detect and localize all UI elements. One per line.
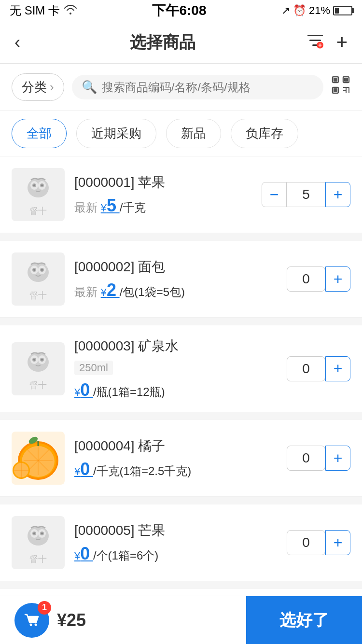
sim-status: 无 SIM 卡	[10, 3, 60, 18]
owl-placeholder: 督十	[12, 342, 65, 395]
bottom-bar: 1 ¥25 选好了	[0, 596, 362, 644]
category-button[interactable]: 分类 ›	[12, 73, 64, 101]
cart-total: ¥25	[57, 610, 86, 630]
product-name: [0000001] 苹果	[74, 173, 252, 192]
price-unit: /瓶(1箱=12瓶)	[93, 385, 165, 398]
svg-point-54	[33, 532, 35, 534]
product-name: [0000003] 矿泉水	[74, 337, 277, 355]
price-value: ¥0	[74, 464, 93, 477]
back-button[interactable]: ‹	[14, 32, 20, 53]
list-item: 督十 [0000003] 矿泉水 250ml ¥0 /瓶(1箱=12瓶) 0 +	[0, 325, 362, 412]
product-list: 督十 [0000001] 苹果 最新 ¥5 /千克 − +	[0, 156, 362, 644]
price-unit: /个(1箱=6个)	[93, 549, 158, 562]
category-label: 分类	[22, 79, 47, 96]
quantity-display: 0	[287, 446, 325, 471]
svg-point-34	[33, 359, 35, 361]
product-name: [0000002] 面包	[74, 258, 277, 276]
svg-rect-1	[309, 40, 321, 41]
status-time: 下午6:08	[152, 1, 206, 20]
price-unit: /包(1袋=5包)	[120, 285, 185, 298]
quantity-display: 0	[287, 266, 325, 292]
product-info: [0000004] 橘子 ¥0 /千克(1箱=2.5千克)	[74, 437, 277, 479]
svg-point-21	[41, 184, 43, 186]
quantity-input[interactable]	[287, 182, 325, 207]
brand-text: 督十	[29, 205, 47, 217]
scan-icon[interactable]	[331, 75, 350, 99]
price-label: 最新	[74, 201, 101, 214]
product-name: [0000005] 芒果	[74, 521, 277, 540]
brand-text: 督十	[29, 290, 47, 301]
tab-recent[interactable]: 近期采购	[76, 119, 156, 148]
product-spec: 250ml	[74, 361, 113, 375]
svg-point-22	[28, 263, 49, 282]
svg-point-55	[41, 532, 43, 534]
tab-new[interactable]: 新品	[166, 119, 221, 148]
status-left: 无 SIM 卡	[10, 3, 77, 18]
add-icon[interactable]: +	[336, 31, 348, 53]
search-bar: 🔍	[72, 75, 323, 99]
owl-icon	[24, 520, 53, 551]
product-info: [0000001] 苹果 最新 ¥5 /千克	[74, 173, 252, 216]
tab-all[interactable]: 全部	[12, 119, 67, 148]
battery-percent: 21%	[309, 4, 330, 17]
price-value: ¥5	[101, 201, 120, 214]
quantity-increase-button[interactable]: +	[325, 266, 350, 292]
quantity-increase-button[interactable]: +	[325, 356, 350, 381]
nav-bar: ‹ 选择商品 +	[0, 21, 362, 64]
filter-icon[interactable]	[306, 32, 325, 53]
product-name: [0000004] 橘子	[74, 437, 277, 455]
owl-placeholder: 督十	[12, 252, 65, 306]
brand-text: 督十	[29, 553, 47, 565]
svg-point-70	[30, 623, 32, 626]
filter-tabs: 全部 近期采购 新品 负库存	[0, 111, 362, 156]
svg-rect-9	[334, 88, 337, 92]
quantity-control: 0 +	[287, 266, 350, 292]
quantity-control: 0 +	[287, 446, 350, 471]
status-bar: 无 SIM 卡 下午6:08 ↗ ⏰ 21%	[0, 0, 362, 21]
location-icon: ↗	[281, 4, 290, 17]
owl-icon	[24, 257, 53, 288]
quantity-control: − +	[262, 182, 350, 207]
quantity-increase-button[interactable]: +	[325, 446, 350, 471]
product-price: ¥0 /千克(1箱=2.5千克)	[74, 459, 277, 479]
product-price: 最新 ¥2 /包(1袋=5包)	[74, 280, 277, 300]
quantity-control: 0 +	[287, 530, 350, 555]
list-item: 督十 [0000001] 苹果 最新 ¥5 /千克 − +	[0, 156, 362, 233]
search-icon: 🔍	[82, 80, 97, 95]
quantity-increase-button[interactable]: +	[325, 182, 350, 207]
product-image	[12, 432, 65, 485]
tab-negative[interactable]: 负库存	[231, 119, 298, 148]
price-value: ¥0	[74, 385, 93, 398]
search-input[interactable]	[102, 81, 314, 94]
price-unit: /千克	[120, 201, 146, 214]
list-item: 督十 [0000005] 芒果 ¥0 /个(1箱=6个) 0 +	[0, 504, 362, 581]
confirm-button[interactable]: 选好了	[246, 596, 362, 644]
svg-point-49	[28, 526, 49, 546]
owl-icon	[24, 347, 53, 378]
svg-rect-0	[307, 35, 323, 36]
alarm-icon: ⏰	[293, 4, 306, 17]
svg-point-35	[41, 359, 43, 361]
svg-point-28	[41, 269, 43, 271]
quantity-display: 0	[287, 530, 325, 555]
quantity-decrease-button[interactable]: −	[262, 182, 287, 207]
product-image: 督十	[12, 342, 65, 395]
price-unit: /千克(1箱=2.5千克)	[93, 464, 191, 477]
cart-icon[interactable]: 1	[14, 603, 49, 638]
quantity-increase-button[interactable]: +	[325, 530, 350, 555]
owl-placeholder: 督十	[12, 516, 65, 569]
battery-icon	[333, 6, 352, 15]
quantity-control: 0 +	[287, 356, 350, 381]
owl-placeholder: 督十	[12, 168, 65, 221]
product-price: ¥0 /个(1箱=6个)	[74, 544, 277, 564]
product-price: ¥0 /瓶(1箱=12瓶)	[74, 380, 277, 400]
svg-rect-8	[344, 78, 348, 82]
toolbar: 分类 › 🔍	[0, 64, 362, 111]
nav-actions: +	[306, 31, 348, 53]
svg-point-27	[33, 269, 35, 271]
status-right: ↗ ⏰ 21%	[281, 4, 352, 17]
list-item: [0000004] 橘子 ¥0 /千克(1箱=2.5千克) 0 +	[0, 420, 362, 497]
chevron-right-icon: ›	[50, 80, 54, 95]
svg-rect-7	[334, 78, 337, 82]
svg-point-20	[33, 184, 35, 186]
